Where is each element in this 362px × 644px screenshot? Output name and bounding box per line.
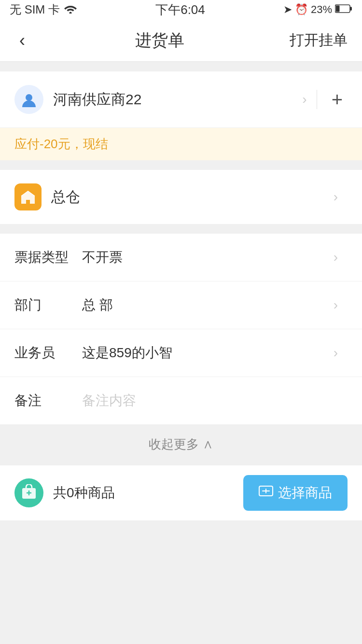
select-product-button[interactable]: 选择商品 [243, 475, 348, 511]
supplier-name: 河南供应商22 [53, 90, 302, 110]
product-count-label: 共0种商品 [53, 484, 243, 502]
status-carrier: 无 SIM 卡 [10, 2, 77, 17]
open-pending-button[interactable]: 打开挂单 [290, 30, 348, 50]
ticket-type-chevron-icon: › [334, 250, 338, 265]
product-bar: 共0种商品 选择商品 [0, 465, 362, 520]
remark-row[interactable]: 备注 备注内容 [0, 377, 362, 424]
wifi-icon [64, 3, 77, 16]
battery-text: 23% [311, 3, 332, 16]
salesperson-value: 这是859的小智 [72, 344, 334, 362]
department-value: 总 部 [72, 296, 334, 314]
form-section: 票据类型 不开票 › 部门 总 部 › 业务员 这是859的小智 › 备注 备注… [0, 234, 362, 424]
mid-divider-2 [0, 224, 362, 234]
supplier-row[interactable]: 河南供应商22 › + [0, 71, 362, 128]
alarm-icon: ⏰ [295, 3, 308, 16]
svg-rect-3 [335, 6, 339, 12]
warehouse-chevron-icon: › [334, 189, 338, 205]
department-row[interactable]: 部门 总 部 › [0, 281, 362, 329]
status-bar: 无 SIM 卡 下午6:04 ➤ ⏰ 23% [0, 0, 362, 19]
ticket-type-label: 票据类型 [14, 248, 72, 266]
supplier-chevron-icon: › [302, 92, 306, 107]
select-product-icon [259, 485, 273, 501]
warehouse-name: 总仓 [51, 187, 334, 207]
location-icon: ➤ [283, 3, 292, 16]
ticket-type-row[interactable]: 票据类型 不开票 › [0, 234, 362, 281]
remark-label: 备注 [14, 392, 72, 410]
remark-input[interactable]: 备注内容 [72, 392, 348, 410]
svg-rect-2 [350, 7, 352, 11]
supplier-section: 河南供应商22 › + 应付-20元，现结 [0, 71, 362, 160]
product-icon [14, 478, 43, 507]
status-right-icons: ➤ ⏰ 23% [283, 3, 352, 16]
collapse-row[interactable]: 收起更多 ∧ [0, 424, 362, 464]
status-time: 下午6:04 [155, 1, 205, 18]
select-product-label: 选择商品 [278, 484, 332, 502]
battery-icon [335, 3, 352, 16]
salesperson-label: 业务员 [14, 344, 72, 362]
back-button[interactable]: ‹ [14, 26, 30, 56]
warehouse-section[interactable]: 总仓 › [0, 170, 362, 224]
warehouse-icon [14, 183, 42, 210]
collapse-label: 收起更多 ∧ [149, 436, 213, 453]
svg-point-0 [70, 12, 72, 14]
carrier-text: 无 SIM 卡 [10, 2, 60, 17]
svg-point-4 [26, 94, 32, 101]
warehouse-row[interactable]: 总仓 › [0, 170, 362, 224]
main-background [0, 520, 362, 644]
mid-divider-1 [0, 160, 362, 170]
supplier-avatar [14, 85, 43, 114]
salesperson-row[interactable]: 业务员 这是859的小智 › [0, 329, 362, 377]
page-title: 进货单 [135, 29, 184, 52]
supplier-alert: 应付-20元，现结 [0, 128, 362, 160]
add-supplier-button[interactable]: + [327, 89, 348, 111]
department-label: 部门 [14, 296, 72, 314]
department-chevron-icon: › [334, 297, 338, 313]
salesperson-chevron-icon: › [334, 345, 338, 361]
top-divider [0, 62, 362, 71]
supplier-divider [317, 90, 317, 109]
nav-bar: ‹ 进货单 打开挂单 [0, 19, 362, 62]
ticket-type-value: 不开票 [72, 248, 334, 266]
